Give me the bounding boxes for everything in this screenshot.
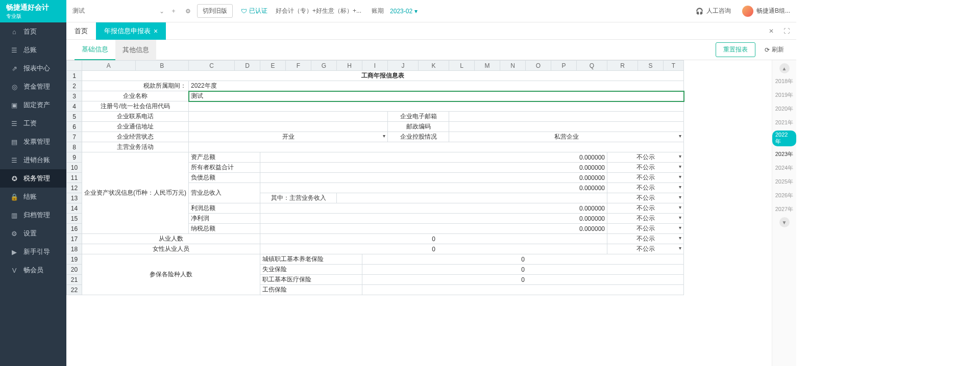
col-F[interactable]: F xyxy=(286,61,311,71)
subtab-other[interactable]: 其他信息 xyxy=(115,40,156,60)
ins4-value[interactable] xyxy=(362,285,684,295)
spreadsheet[interactable]: A B C D E F G H I J K L M xyxy=(66,60,772,366)
company-settings-button[interactable]: ⚙ xyxy=(183,6,193,16)
postal-input[interactable] xyxy=(449,122,684,132)
gross-income-public[interactable]: 不公示 xyxy=(607,183,684,193)
user-menu[interactable]: 畅捷通B组... xyxy=(742,6,790,17)
row-2[interactable]: 2 xyxy=(67,81,82,91)
corner-cell[interactable] xyxy=(67,61,82,71)
row-14[interactable]: 14 xyxy=(67,203,82,214)
year-2027[interactable]: 2027年 xyxy=(775,203,793,215)
row-6[interactable]: 6 xyxy=(67,122,82,132)
col-T[interactable]: T xyxy=(664,61,684,71)
reg-no-input[interactable] xyxy=(189,101,684,112)
sidebar-item-salary[interactable]: ☰工资 xyxy=(0,114,66,133)
subtab-basic[interactable]: 基础信息 xyxy=(75,40,115,60)
col-L[interactable]: L xyxy=(449,61,475,71)
asset-total-value[interactable]: 0.000000 xyxy=(260,152,607,163)
company-name-input[interactable]: 测试 xyxy=(189,91,684,101)
col-E[interactable]: E xyxy=(260,61,286,71)
row-5[interactable]: 5 xyxy=(67,112,82,122)
holding-select[interactable]: 私营企业 xyxy=(449,132,684,142)
year-2020[interactable]: 2020年 xyxy=(775,103,793,115)
col-N[interactable]: N xyxy=(500,61,526,71)
owner-equity-value[interactable]: 0.000000 xyxy=(260,163,607,173)
female-public[interactable]: 不公示 xyxy=(607,244,684,254)
row-15[interactable]: 15 xyxy=(67,214,82,224)
row-22[interactable]: 22 xyxy=(67,285,82,295)
employees-value[interactable]: 0 xyxy=(260,234,607,244)
ins3-value[interactable]: 0 xyxy=(362,275,684,285)
sidebar-item-vip[interactable]: V畅会员 xyxy=(0,261,66,279)
year-down-button[interactable]: ▼ xyxy=(779,217,790,227)
gross-income-value[interactable]: 0.000000 xyxy=(260,183,607,193)
sidebar-item-archive[interactable]: ▥归档管理 xyxy=(0,206,66,224)
col-J[interactable]: J xyxy=(388,61,419,71)
email-input[interactable] xyxy=(449,112,684,122)
row-16[interactable]: 16 xyxy=(67,224,82,234)
support-button[interactable]: 🎧 人工咨询 xyxy=(696,7,731,15)
year-up-button[interactable]: ▲ xyxy=(779,63,790,73)
tab-annual-report[interactable]: 年报信息申报表 × xyxy=(96,22,166,40)
row-7[interactable]: 7 xyxy=(67,132,82,142)
sidebar-item-ledger[interactable]: ☰总账 xyxy=(0,41,66,59)
row-4[interactable]: 4 xyxy=(67,101,82,112)
row-18[interactable]: 18 xyxy=(67,244,82,254)
tab-home[interactable]: 首页 xyxy=(66,22,96,40)
sidebar-item-guide[interactable]: ▶新手引导 xyxy=(0,243,66,261)
main-income-public[interactable]: 不公示 xyxy=(607,193,684,203)
year-2025[interactable]: 2025年 xyxy=(775,176,793,188)
fullscreen-button[interactable]: ⛶ xyxy=(781,25,792,37)
col-H[interactable]: H xyxy=(337,61,362,71)
profit-public[interactable]: 不公示 xyxy=(607,203,684,214)
col-D[interactable]: D xyxy=(235,61,260,71)
row-13[interactable]: 13 xyxy=(67,193,82,203)
row-3[interactable]: 3 xyxy=(67,91,82,101)
col-O[interactable]: O xyxy=(526,61,551,71)
female-value[interactable]: 0 xyxy=(260,244,607,254)
col-R[interactable]: R xyxy=(607,61,638,71)
liability-public[interactable]: 不公示 xyxy=(607,173,684,183)
close-all-tabs-button[interactable]: ✕ xyxy=(766,25,777,37)
refresh-button[interactable]: ⟳ 刷新 xyxy=(761,43,788,57)
col-C[interactable]: C xyxy=(189,61,235,71)
row-11[interactable]: 11 xyxy=(67,173,82,183)
col-M[interactable]: M xyxy=(475,61,500,71)
row-19[interactable]: 19 xyxy=(67,254,82,265)
col-P[interactable]: P xyxy=(551,61,577,71)
tax-period-value[interactable]: 2022年度 xyxy=(189,81,684,91)
year-2021[interactable]: 2021年 xyxy=(775,117,793,128)
company-selector[interactable]: 测试 ⌄ xyxy=(72,7,164,15)
period-selector[interactable]: 2023-02 ▾ xyxy=(390,8,418,15)
row-8[interactable]: 8 xyxy=(67,142,82,152)
sidebar-item-close[interactable]: 🔒结账 xyxy=(0,188,66,206)
row-17[interactable]: 17 xyxy=(67,234,82,244)
sidebar-item-inventory[interactable]: ☰进销台账 xyxy=(0,151,66,169)
row-1[interactable]: 1 xyxy=(67,71,82,81)
tab-close-icon[interactable]: × xyxy=(154,27,158,35)
employees-public[interactable]: 不公示 xyxy=(607,234,684,244)
sidebar-item-settings[interactable]: ⚙设置 xyxy=(0,224,66,243)
ins2-value[interactable]: 0 xyxy=(362,265,684,275)
reset-report-button[interactable]: 重置报表 xyxy=(716,42,755,57)
col-I[interactable]: I xyxy=(362,61,388,71)
sidebar-item-funds[interactable]: ◎资金管理 xyxy=(0,77,66,96)
year-2018[interactable]: 2018年 xyxy=(775,75,793,87)
sidebar-item-tax[interactable]: ✪税务管理 xyxy=(0,169,66,188)
year-2023[interactable]: 2023年 xyxy=(775,148,793,160)
col-G[interactable]: G xyxy=(311,61,337,71)
status-select[interactable]: 开业 xyxy=(189,132,388,142)
col-Q[interactable]: Q xyxy=(577,61,607,71)
address-input[interactable] xyxy=(189,122,388,132)
sidebar-item-reports[interactable]: ⇗报表中心 xyxy=(0,59,66,77)
year-2026[interactable]: 2026年 xyxy=(775,190,793,201)
year-2022[interactable]: 2022年 xyxy=(772,130,796,146)
col-S[interactable]: S xyxy=(638,61,664,71)
col-K[interactable]: K xyxy=(419,61,449,71)
sidebar-item-home[interactable]: ⌂首页 xyxy=(0,22,66,41)
row-20[interactable]: 20 xyxy=(67,265,82,275)
asset-total-public[interactable]: 不公示 xyxy=(607,152,684,163)
liability-value[interactable]: 0.000000 xyxy=(260,173,607,183)
owner-equity-public[interactable]: 不公示 xyxy=(607,163,684,173)
net-profit-value[interactable]: 0.000000 xyxy=(260,214,607,224)
